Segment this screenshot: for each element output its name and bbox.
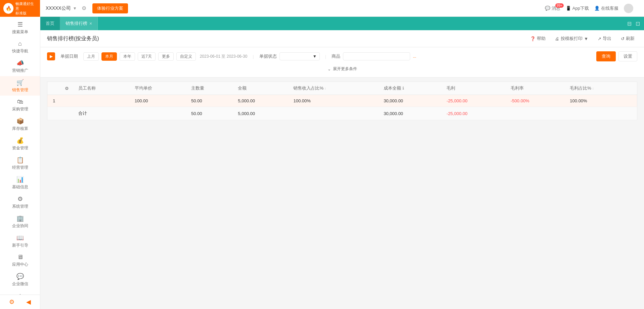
- topbar: XXXXX公司 ▼ ⚙ 体验行业方案 💬 消息 99+ 📱 App下载 👤 在线…: [40, 0, 644, 17]
- cell-amount-0: 5,000.00: [234, 95, 289, 107]
- enterprise-icon: 🏢: [16, 215, 24, 222]
- date-filter-label: 单据日期: [60, 53, 78, 59]
- filter-area: ▶ 单据日期 上月 本月 本年 近7天 更多 自定义 2023-06-01 至 …: [40, 47, 644, 78]
- cell-sales-ratio-0: 100.00%: [289, 95, 380, 107]
- sidebar-item-member[interactable]: ◇畅会员: [0, 290, 40, 295]
- sidebar-label-appstore: 应用中心: [12, 262, 28, 267]
- cell-cost-0: 30,000.00: [380, 95, 442, 107]
- tab-home[interactable]: 首页: [40, 17, 60, 30]
- company-selector[interactable]: XXXXX公司 ▼: [46, 5, 77, 11]
- cell-qty-0: 50.00: [187, 95, 234, 107]
- refresh-icon: ↺: [621, 36, 625, 41]
- goods-select[interactable]: [343, 52, 410, 60]
- sidebar-item-operations[interactable]: 📋经营管理: [0, 154, 40, 173]
- tab-close-icon[interactable]: ×: [89, 21, 92, 26]
- setting-button[interactable]: 设置: [618, 51, 637, 61]
- sidebar-item-basic[interactable]: 📊基础信息: [0, 173, 40, 193]
- settings-col-icon[interactable]: ⚙: [65, 86, 69, 91]
- footer-qty: 50.00: [187, 107, 234, 120]
- finance-icon: 💰: [16, 137, 24, 144]
- th-sales-ratio[interactable]: 销售收入占比%: [289, 82, 380, 95]
- sidebar-collapse-icon[interactable]: ◀: [26, 298, 31, 306]
- sidebar: 🔥 畅康通好生意 标准版 ☰搜索菜单⌂快捷导航📣营销推广🛒销售管理🛍采购管理📦库…: [0, 0, 40, 309]
- filter-row-1: ▶ 单据日期 上月 本月 本年 近7天 更多 自定义 2023-06-01 至 …: [47, 51, 637, 61]
- print-button[interactable]: 🖨 按模板打印 ▼: [552, 34, 591, 43]
- sidebar-item-sales[interactable]: 🛒销售管理: [0, 76, 40, 96]
- date-last-month-btn[interactable]: 上月: [83, 52, 99, 61]
- expand-icon: ⌄: [328, 67, 331, 71]
- tabbar-right: ⊟ ⊡: [623, 17, 644, 30]
- date-custom-btn[interactable]: 自定义: [176, 52, 196, 61]
- help-button[interactable]: ❓ 帮助: [527, 34, 548, 43]
- logo-text: 畅康通好生意 标准版: [15, 1, 37, 16]
- goods-more-btn[interactable]: ...: [413, 54, 416, 59]
- sidebar-item-system[interactable]: ⚙系统管理: [0, 193, 40, 212]
- sidebar-item-finance[interactable]: 💰资金管理: [0, 134, 40, 154]
- trial-button[interactable]: 体验行业方案: [92, 3, 128, 13]
- member-icon: ◇: [18, 292, 23, 295]
- th-rank: [47, 82, 61, 95]
- th-gross-ratio[interactable]: 毛利占比%: [566, 82, 637, 95]
- sidebar-item-enterprise[interactable]: 🏢企业协同: [0, 212, 40, 231]
- sidebar-item-wechat[interactable]: 💬企业微信: [0, 270, 40, 290]
- footer-gross: -25,000.00: [442, 107, 507, 120]
- print-dropdown-icon: ▼: [584, 36, 588, 41]
- th-employee: 员工名称: [74, 82, 131, 95]
- message-btn[interactable]: 💬 消息 99+: [545, 5, 560, 11]
- sidebar-label-system: 系统管理: [12, 204, 28, 209]
- footer-cost: 30,000.00: [380, 107, 442, 120]
- sidebar-item-marketing[interactable]: 📣营销推广: [0, 57, 40, 76]
- refresh-button[interactable]: ↺ 刷新: [618, 34, 637, 43]
- table-container: ⚙ 员工名称 平均单价 主数量 全额 销售收入占比% 成本全额 ℹ 毛利 毛利率…: [40, 78, 644, 309]
- sidebar-item-purchase[interactable]: 🛍采购管理: [0, 96, 40, 115]
- sidebar-label-guide: 新手引导: [12, 243, 28, 248]
- sidebar-settings-icon[interactable]: ⚙: [9, 298, 14, 306]
- topbar-gear-icon[interactable]: ⚙: [82, 5, 86, 11]
- th-gross: 毛利: [442, 82, 507, 95]
- content-area: 销售排行榜(按业务员) ❓ 帮助 🖨 按模板打印 ▼ ↗ 导出 ↺ 刷新: [40, 30, 644, 309]
- sidebar-label-purchase: 采购管理: [12, 106, 28, 112]
- cell-avg-price-0: 100.00: [131, 95, 187, 107]
- sidebar-item-quick-nav[interactable]: ⌂快捷导航: [0, 38, 40, 57]
- page-actions: ❓ 帮助 🖨 按模板打印 ▼ ↗ 导出 ↺ 刷新: [527, 34, 637, 43]
- query-button[interactable]: 查询: [596, 51, 616, 61]
- tab-maximize-icon[interactable]: ⊡: [636, 20, 640, 27]
- date-this-month-btn[interactable]: 本月: [101, 52, 117, 61]
- cell-rank-0: 1: [47, 95, 61, 107]
- sidebar-label-basic: 基础信息: [12, 184, 28, 190]
- sidebar-item-appstore[interactable]: 🖥应用中心: [0, 251, 40, 270]
- status-select[interactable]: ▼: [280, 52, 320, 60]
- filter-collapse-button[interactable]: ▶: [47, 52, 55, 60]
- status-filter-group: 单据状态 ▼: [259, 52, 320, 60]
- th-cost: 成本全额 ℹ: [380, 82, 442, 95]
- th-avg-price: 平均单价: [131, 82, 187, 95]
- wechat-icon: 💬: [16, 273, 24, 280]
- system-icon: ⚙: [17, 195, 23, 203]
- sidebar-item-guide[interactable]: 📖新手引导: [0, 231, 40, 251]
- cost-info-icon[interactable]: ℹ: [402, 86, 404, 91]
- tab-sales-ranking[interactable]: 销售排行榜 ×: [60, 17, 98, 30]
- topbar-right: 💬 消息 99+ 📱 App下载 👤 在线客服: [545, 4, 639, 13]
- sidebar-nav: ☰搜索菜单⌂快捷导航📣营销推广🛒销售管理🛍采购管理📦库存核算💰资金管理📋经营管理…: [0, 17, 40, 295]
- th-icon: ⚙: [61, 82, 74, 95]
- page-header: 销售排行榜(按业务员) ❓ 帮助 🖨 按模板打印 ▼ ↗ 导出 ↺ 刷新: [40, 30, 644, 47]
- sidebar-item-inventory[interactable]: 📦库存核算: [0, 115, 40, 134]
- date-more-btn[interactable]: 更多: [158, 52, 174, 61]
- date-filter-group: 上月 本月 本年 近7天 更多 自定义 2023-06-01 至 2023-06…: [83, 52, 247, 61]
- app-download-btn[interactable]: 📱 App下载: [566, 5, 589, 11]
- tab-minimize-icon[interactable]: ⊟: [627, 20, 632, 27]
- app-icon: 📱: [566, 6, 571, 11]
- quick-nav-icon: ⌂: [18, 40, 22, 47]
- home-tab-label: 首页: [46, 20, 54, 27]
- marketing-icon: 📣: [16, 59, 24, 67]
- goods-filter-label: 商品: [332, 53, 340, 59]
- sidebar-item-search[interactable]: ☰搜索菜单: [0, 18, 40, 38]
- basic-icon: 📊: [16, 176, 24, 183]
- date-last-7-days-btn[interactable]: 近7天: [138, 52, 156, 61]
- expand-more-button[interactable]: ⌄ 展开更多条件: [47, 65, 637, 73]
- online-service-btn[interactable]: 👤 在线客服: [594, 5, 618, 11]
- date-this-year-btn[interactable]: 本年: [120, 52, 135, 61]
- user-avatar[interactable]: [624, 4, 633, 13]
- cell-gross-rate-0: -500.00%: [507, 95, 566, 107]
- export-button[interactable]: ↗ 导出: [595, 34, 614, 43]
